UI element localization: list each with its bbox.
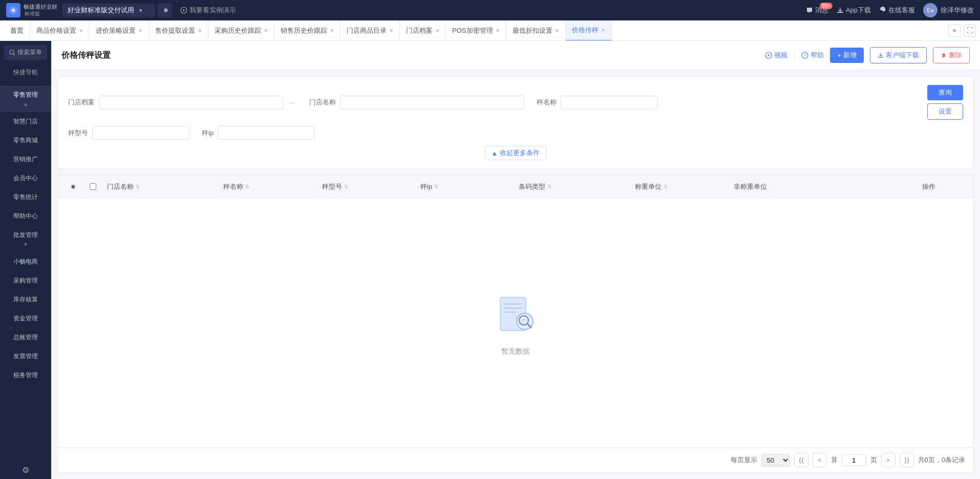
page-next-button[interactable]: ＞ bbox=[881, 453, 896, 467]
tab-sale-extract[interactable]: 售价提取设置 × bbox=[149, 20, 208, 41]
page-first-button[interactable]: ⟨⟨ bbox=[794, 453, 808, 467]
page-last-button[interactable]: ⟩⟩ bbox=[900, 453, 914, 467]
sidebar-search-button[interactable]: 搜索菜单 bbox=[4, 45, 47, 60]
col-header-barcode-type[interactable]: 条码类型⇅ bbox=[515, 182, 631, 191]
tab-close-goods-price[interactable]: × bbox=[79, 27, 83, 34]
col-header-store-name[interactable]: 门店名称⇅ bbox=[103, 182, 219, 191]
tab-close-sale-extract[interactable]: × bbox=[198, 27, 202, 34]
sidebar-item-purchase[interactable]: 采购管理 bbox=[0, 271, 51, 290]
tab-close-sales-history[interactable]: × bbox=[330, 27, 334, 34]
settings-button-filter[interactable]: 设置 bbox=[927, 103, 963, 120]
tab-purchase-strategy[interactable]: 进价策略设置 × bbox=[90, 20, 149, 41]
store-archive-dots[interactable]: ··· bbox=[287, 99, 297, 106]
page-prev-button[interactable]: ＜ bbox=[813, 453, 827, 467]
tab-store-archive[interactable]: 门店档案 × bbox=[400, 20, 446, 41]
scale-model-input[interactable] bbox=[92, 126, 189, 140]
col-header-weight-unit[interactable]: 称重单位⇅ bbox=[631, 182, 729, 191]
sidebar-item-label: 税务管理 bbox=[13, 371, 38, 380]
scale-name-input[interactable] bbox=[561, 96, 658, 110]
sidebar-item-retail-stats[interactable]: 零售统计 bbox=[0, 188, 51, 207]
empty-state: 暂无数据 bbox=[58, 198, 973, 447]
tab-close-purchase-strategy[interactable]: × bbox=[139, 27, 142, 34]
tab-close-pos-encrypt[interactable]: × bbox=[496, 27, 500, 34]
app-download-button[interactable]: App下载 bbox=[837, 6, 871, 15]
add-button[interactable]: + 新增 bbox=[830, 48, 864, 63]
select-all-checkbox[interactable] bbox=[90, 183, 96, 190]
sidebar-item-marketing[interactable]: 营销推广 bbox=[0, 150, 51, 169]
per-page-label: 每页显示 bbox=[731, 455, 757, 465]
tab-close-min-discount[interactable]: × bbox=[556, 27, 559, 34]
store-archive-input[interactable] bbox=[99, 96, 283, 110]
sidebar-item-member-center[interactable]: 会员中心 bbox=[0, 169, 51, 188]
delete-button[interactable]: 删除 bbox=[933, 47, 970, 63]
scale-ip-input[interactable] bbox=[218, 126, 315, 140]
tab-store-catalog[interactable]: 门店商品目录 × bbox=[340, 20, 400, 41]
table-settings-col[interactable] bbox=[62, 183, 82, 190]
video-link[interactable]: 视频 bbox=[765, 51, 787, 60]
tab-sales-history[interactable]: 销售历史价跟踪 × bbox=[274, 20, 340, 41]
tab-close-store-archive[interactable]: × bbox=[436, 27, 439, 34]
help-link[interactable]: ? 帮助 bbox=[801, 51, 824, 60]
query-button[interactable]: 查询 bbox=[927, 85, 963, 100]
tab-close-price-scale[interactable]: × bbox=[602, 27, 605, 34]
top-bar: 畅捷通好业财 标准版 好业财标准版交付试用 ▼ 我要看实例演示 消息 99+ bbox=[0, 0, 980, 20]
tab-min-discount[interactable]: 最低折扣设置 × bbox=[506, 20, 566, 41]
sidebar-item-wholesale[interactable]: 批发管理 ▼ bbox=[0, 226, 51, 252]
page-number-input[interactable] bbox=[842, 454, 866, 466]
sort-icon: ⇅ bbox=[245, 184, 249, 189]
sidebar-item-ecommerce[interactable]: 小畅电商 bbox=[0, 252, 51, 271]
sidebar-settings-gear[interactable]: ⚙ bbox=[4, 465, 47, 475]
tab-close-purchase-history[interactable]: × bbox=[264, 27, 268, 34]
sidebar-item-invoice[interactable]: 发票管理 bbox=[0, 347, 51, 366]
main-layout: 搜索菜单 快捷导航 零售管理 ▲ 智慧门店 零售商城 营销推广 会员中心 bbox=[0, 41, 980, 479]
app-selector[interactable]: 好业财标准版交付试用 ▼ bbox=[62, 4, 155, 17]
empty-text: 暂无数据 bbox=[501, 347, 530, 356]
sort-icon: ⇅ bbox=[547, 184, 551, 189]
table-checkbox-all[interactable] bbox=[82, 183, 103, 190]
tab-fullscreen-button[interactable]: ⛶ bbox=[964, 25, 976, 37]
tab-home[interactable]: 首页 bbox=[4, 20, 30, 41]
chevron-down-icon: ▼ bbox=[138, 8, 143, 13]
sidebar-item-label: 营销推广 bbox=[13, 155, 38, 164]
download-button[interactable]: 客户端下载 bbox=[870, 47, 927, 63]
sidebar-item-inventory[interactable]: 库存核算 bbox=[0, 290, 51, 309]
sort-icon: ⇅ bbox=[664, 184, 668, 189]
sidebar-item-smart-store[interactable]: 智慧门店 bbox=[0, 112, 51, 131]
sidebar-item-label: 零售统计 bbox=[13, 193, 38, 202]
settings-button[interactable] bbox=[158, 3, 172, 17]
tab-purchase-history[interactable]: 采购历史价跟踪 × bbox=[208, 20, 274, 41]
store-name-input[interactable] bbox=[340, 96, 524, 110]
sidebar-item-tax[interactable]: 税务管理 bbox=[0, 366, 51, 385]
sort-icon: ⇅ bbox=[136, 184, 140, 189]
tab-goods-price[interactable]: 商品价格设置 × bbox=[30, 20, 90, 41]
col-header-scale-model[interactable]: 秤型号⇅ bbox=[318, 182, 416, 191]
user-area[interactable]: Ea 徐泽华修改 bbox=[923, 3, 974, 17]
logo-area: 畅捷通好业财 标准版 bbox=[6, 3, 57, 17]
search-menu-label: 搜索菜单 bbox=[17, 48, 42, 57]
message-button[interactable]: 消息 99+ bbox=[806, 6, 828, 15]
sidebar-item-label: 总账管理 bbox=[13, 333, 38, 342]
sidebar: 搜索菜单 快捷导航 零售管理 ▲ 智慧门店 零售商城 营销推广 会员中心 bbox=[0, 41, 51, 479]
tab-close-store-catalog[interactable]: × bbox=[390, 27, 393, 34]
sidebar-item-finance[interactable]: 资金管理 bbox=[0, 309, 51, 328]
sidebar-item-retail-management[interactable]: 零售管理 ▲ bbox=[0, 85, 51, 112]
online-service-button[interactable]: 在线客服 bbox=[879, 6, 915, 15]
filter-store-name: 门店名称 bbox=[309, 96, 524, 110]
sort-icon: ⇅ bbox=[434, 184, 438, 189]
svg-point-3 bbox=[10, 50, 14, 54]
filter-scale-model: 秤型号 bbox=[68, 126, 189, 140]
collapse-button[interactable]: ▲ 收起更多条件 bbox=[485, 146, 547, 160]
sidebar-item-ledger[interactable]: 总账管理 bbox=[0, 328, 51, 347]
demo-button[interactable]: 我要看实例演示 bbox=[180, 6, 236, 15]
sidebar-item-retail-mall[interactable]: 零售商城 bbox=[0, 131, 51, 150]
tab-pos-encrypt[interactable]: POS加密管理 × bbox=[446, 20, 506, 41]
page-actions: 视频 | ? 帮助 + 新增 客户端下载 bbox=[765, 47, 970, 63]
sidebar-item-label: 资金管理 bbox=[13, 314, 38, 323]
tab-price-scale[interactable]: 价格传秤 × bbox=[566, 20, 612, 41]
col-header-scale-ip[interactable]: 秤ip⇅ bbox=[416, 182, 515, 191]
tab-close-all-button[interactable]: × bbox=[948, 25, 961, 37]
sidebar-item-help-center[interactable]: 帮助中心 bbox=[0, 207, 51, 226]
col-header-scale-name[interactable]: 秤名称⇅ bbox=[219, 182, 317, 191]
page-size-select[interactable]: 10 20 50 100 bbox=[761, 454, 790, 467]
sidebar-nav-button[interactable]: 快捷导航 bbox=[0, 64, 51, 81]
